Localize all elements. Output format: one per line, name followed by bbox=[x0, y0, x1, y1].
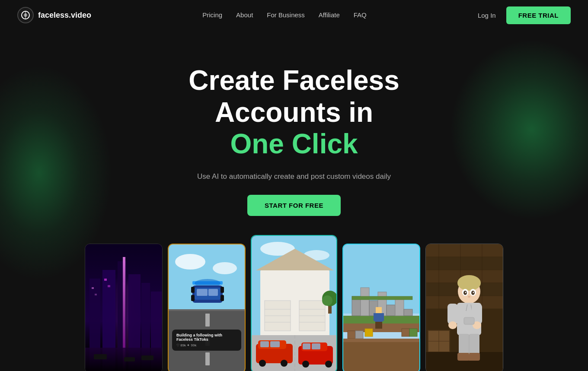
svg-rect-30 bbox=[197, 289, 208, 296]
svg-rect-123 bbox=[468, 353, 480, 361]
svg-rect-16 bbox=[124, 357, 135, 361]
video-cards-row: Building a following with Faceless TikTo… bbox=[85, 235, 503, 371]
svg-rect-81 bbox=[381, 313, 384, 321]
hero-title-line1: Create Faceless Accounts in bbox=[189, 65, 399, 128]
navbar: faceless.video Pricing About For Busines… bbox=[0, 0, 588, 30]
svg-rect-86 bbox=[402, 329, 409, 336]
svg-rect-17 bbox=[141, 355, 153, 360]
svg-rect-25 bbox=[205, 314, 210, 327]
svg-rect-116 bbox=[447, 304, 458, 324]
hero-subtitle: Use AI to automatically create and post … bbox=[197, 172, 391, 181]
svg-point-118 bbox=[448, 321, 457, 329]
card-house bbox=[251, 235, 337, 371]
svg-rect-122 bbox=[457, 353, 470, 361]
card2-overlay-title: Building a following with Faceless TikTo… bbox=[176, 333, 237, 342]
svg-point-62 bbox=[325, 361, 332, 368]
svg-rect-82 bbox=[375, 322, 379, 329]
svg-rect-84 bbox=[348, 331, 355, 339]
svg-rect-53 bbox=[260, 341, 269, 347]
nav-right: Log In FREE TRIAL bbox=[478, 6, 571, 24]
svg-rect-87 bbox=[409, 329, 417, 336]
svg-rect-34 bbox=[220, 287, 224, 293]
svg-rect-85 bbox=[355, 331, 363, 339]
logo-text: faceless.video bbox=[38, 11, 91, 20]
login-button[interactable]: Log In bbox=[478, 12, 496, 19]
nav-link-faq[interactable]: FAQ bbox=[354, 11, 367, 19]
nav-link-pricing[interactable]: Pricing bbox=[202, 11, 222, 19]
logo-icon bbox=[17, 7, 34, 23]
glow-right-bg bbox=[450, 39, 588, 220]
card3-svg bbox=[252, 236, 337, 371]
free-trial-button[interactable]: FREE TRIAL bbox=[506, 6, 571, 24]
card5-svg bbox=[426, 244, 503, 371]
svg-rect-120 bbox=[459, 334, 469, 355]
hero-title-line2: One Click bbox=[143, 128, 445, 160]
svg-point-112 bbox=[468, 296, 470, 298]
svg-rect-33 bbox=[191, 295, 195, 301]
card2-stats-text: ♡ 89k ✦ 99k bbox=[176, 343, 196, 347]
card2-background: Building a following with Faceless TikTo… bbox=[169, 244, 245, 371]
svg-rect-15 bbox=[94, 354, 107, 359]
svg-rect-92 bbox=[426, 244, 503, 257]
svg-rect-8 bbox=[108, 285, 110, 287]
svg-rect-89 bbox=[343, 339, 420, 371]
svg-rect-77 bbox=[352, 296, 412, 300]
svg-rect-93 bbox=[426, 257, 503, 270]
svg-rect-125 bbox=[464, 317, 474, 324]
svg-rect-88 bbox=[365, 329, 373, 336]
svg-rect-80 bbox=[374, 313, 376, 321]
card2-overlay: Building a following with Faceless TikTo… bbox=[172, 330, 241, 351]
svg-point-110 bbox=[465, 292, 467, 293]
svg-point-55 bbox=[259, 360, 266, 367]
card2-overlay-stats: ♡ 89k ✦ 99k bbox=[176, 343, 237, 347]
svg-rect-78 bbox=[376, 307, 382, 313]
svg-rect-59 bbox=[303, 343, 310, 349]
svg-point-20 bbox=[213, 262, 237, 274]
card-child bbox=[425, 244, 503, 371]
svg-point-56 bbox=[281, 360, 288, 367]
svg-rect-71 bbox=[361, 288, 369, 316]
city-svg bbox=[85, 244, 163, 371]
nav-link-about[interactable]: About bbox=[236, 11, 253, 19]
svg-rect-75 bbox=[395, 298, 404, 316]
svg-rect-5 bbox=[95, 294, 97, 295]
svg-rect-31 bbox=[208, 289, 218, 296]
svg-rect-76 bbox=[404, 309, 412, 316]
svg-rect-83 bbox=[379, 322, 382, 329]
svg-rect-90 bbox=[343, 339, 420, 342]
svg-point-61 bbox=[302, 361, 309, 368]
logo[interactable]: faceless.video bbox=[17, 7, 91, 23]
card-minecraft bbox=[342, 244, 420, 371]
svg-rect-4 bbox=[92, 287, 94, 289]
svg-rect-24 bbox=[169, 309, 246, 311]
start-for-free-button[interactable]: START FOR FREE bbox=[247, 195, 341, 216]
card-car-chase: Building a following with Faceless TikTo… bbox=[168, 244, 246, 371]
svg-rect-7 bbox=[104, 279, 107, 281]
card4-svg bbox=[343, 244, 420, 371]
svg-point-19 bbox=[175, 254, 205, 270]
hero-title: Create Faceless Accounts in One Click bbox=[143, 65, 445, 160]
svg-point-105 bbox=[457, 275, 481, 291]
svg-rect-35 bbox=[220, 295, 224, 301]
svg-rect-27 bbox=[205, 352, 210, 365]
svg-rect-32 bbox=[191, 287, 195, 293]
svg-rect-74 bbox=[387, 305, 395, 316]
nav-link-for-business[interactable]: For Business bbox=[267, 11, 305, 19]
svg-rect-121 bbox=[469, 334, 479, 355]
nav-links: Pricing About For Business Affiliate FAQ bbox=[202, 11, 367, 19]
svg-point-111 bbox=[473, 292, 474, 293]
card2-svg bbox=[169, 244, 246, 371]
svg-rect-60 bbox=[312, 343, 320, 349]
nav-link-affiliate[interactable]: Affiliate bbox=[319, 11, 340, 19]
svg-point-65 bbox=[322, 295, 332, 306]
card-cyberpunk bbox=[85, 244, 163, 371]
hero-section: Create Faceless Accounts in One Click Us… bbox=[0, 30, 588, 371]
svg-rect-54 bbox=[270, 341, 280, 347]
